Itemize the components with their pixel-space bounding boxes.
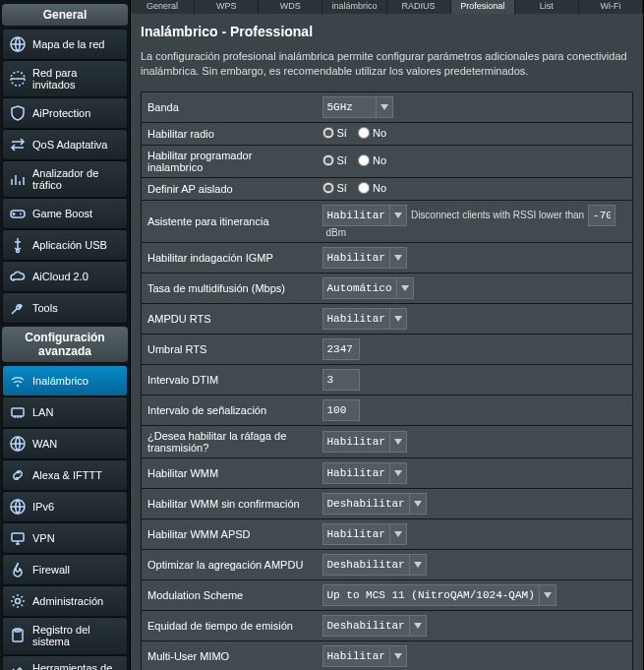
airtime-label: Equidad de tiempo de emisión xyxy=(142,610,317,640)
chevron-down-icon[interactable] xyxy=(376,96,393,118)
ampduopt-select[interactable]: Deshabilitar xyxy=(322,554,410,576)
chevron-down-icon[interactable] xyxy=(389,247,407,269)
sidebar-item-administraci-n[interactable]: Administración xyxy=(2,585,128,617)
multicast-select[interactable]: Automático xyxy=(322,277,397,299)
row-rts: Umbral RTS xyxy=(142,334,633,364)
sidebar-item-ipv6[interactable]: IPv6 xyxy=(2,491,128,522)
sidebar-item-label: Herramientas de red xyxy=(32,662,121,670)
row-ap: Definir AP aislado Sí No xyxy=(142,177,633,200)
ap-value: Sí No xyxy=(317,177,633,200)
row-wmmnoack: Habilitar WMM sin confirmación Deshabili… xyxy=(142,488,633,518)
sidebar-item-red-para-invitados[interactable]: Red para invitados xyxy=(2,60,128,97)
mumimo-label: Multi-User MIMO xyxy=(142,640,317,670)
rts-value xyxy=(317,334,633,364)
sidebar-item-tools[interactable]: Tools xyxy=(2,292,128,324)
chevron-down-icon[interactable] xyxy=(409,493,427,515)
radio-radio-group: Sí No xyxy=(322,129,395,141)
wmmnoack-select[interactable]: Deshabilitar xyxy=(322,493,410,515)
mumimo-value: Habilitar xyxy=(317,640,633,670)
sidebar-item-label: AiCloud 2.0 xyxy=(32,271,88,282)
chevron-down-icon[interactable] xyxy=(389,645,407,667)
banda-select[interactable]: 5GHz xyxy=(322,96,377,118)
sidebar-item-label: Inalámbrico xyxy=(32,375,88,387)
mcs-select[interactable]: Up to MCS 11 (NitroQAM/1024-QAM) xyxy=(322,584,540,606)
sidebar-item-registro-del-sistema[interactable]: Registro del sistema xyxy=(2,617,128,654)
tab-wds[interactable]: WDS xyxy=(259,0,322,14)
row-mumimo: Multi-User MIMO Habilitar xyxy=(142,640,633,670)
ampdu-select[interactable]: Habilitar xyxy=(322,308,390,330)
sidebar-item-qos-adaptativa[interactable]: QoS Adaptativa xyxy=(2,129,128,160)
sidebar-item-mapa-de-la-red[interactable]: Mapa de la red xyxy=(2,29,128,60)
sidebar-item-lan[interactable]: LAN xyxy=(2,396,128,428)
sidebar-item-analizador-de-tr-fico[interactable]: Analizador de tráfico xyxy=(2,160,128,198)
tab-profesional[interactable]: Profesional xyxy=(451,0,515,14)
svg-rect-9 xyxy=(12,533,24,541)
arrows-icon xyxy=(9,136,27,153)
chevron-down-icon[interactable] xyxy=(389,462,407,484)
row-banda: Banda 5GHz xyxy=(142,91,633,122)
fire-icon xyxy=(9,561,27,579)
ap-radio-yes[interactable]: Sí xyxy=(322,182,347,194)
roaming-rssi-input[interactable] xyxy=(588,205,615,226)
igmp-select[interactable]: Habilitar xyxy=(322,247,390,269)
chevron-down-icon[interactable] xyxy=(389,308,407,330)
wmmapsd-select[interactable]: Habilitar xyxy=(322,523,390,545)
sidebar-item-label: Firewall xyxy=(32,564,70,576)
chevron-down-icon[interactable] xyxy=(409,615,427,637)
beacon-label: Intervalo de señalización xyxy=(142,395,317,425)
chevron-down-icon[interactable] xyxy=(389,205,407,226)
sidebar-item-label: LAN xyxy=(32,406,53,418)
airtime-select[interactable]: Deshabilitar xyxy=(322,615,410,637)
prog-radio-yes[interactable]: Sí xyxy=(322,154,347,166)
page-title: Inalámbrico - Professional xyxy=(141,24,633,39)
sidebar-item-aiprotection[interactable]: AiProtection xyxy=(2,97,128,129)
sidebar-item-alexa-ifttt[interactable]: Alexa & IFTTT xyxy=(2,459,128,491)
row-ampdu: AMPDU RTS Habilitar xyxy=(142,303,633,334)
sidebar-item-label: AiProtection xyxy=(32,107,90,119)
roaming-extra-text: Disconnect clients with RSSI lower than xyxy=(411,210,584,220)
ap-label: Definir AP aislado xyxy=(142,177,317,200)
svg-rect-6 xyxy=(12,408,24,416)
radio-radio-no[interactable]: No xyxy=(358,127,386,139)
mumimo-select[interactable]: Habilitar xyxy=(322,645,390,667)
multicast-value: Automático xyxy=(317,273,633,303)
chevron-down-icon[interactable] xyxy=(389,431,407,453)
sidebar-item-aicloud-2-0[interactable]: AiCloud 2.0 xyxy=(2,261,128,292)
ap-radio-no[interactable]: No xyxy=(358,182,386,194)
row-wmm: Habilitar WMM Habilitar xyxy=(142,457,633,488)
tab-wps[interactable]: WPS xyxy=(195,0,259,14)
prog-radio-no[interactable]: No xyxy=(358,154,386,166)
roaming-select[interactable]: Habilitar xyxy=(322,205,390,226)
chart-icon xyxy=(9,170,27,188)
sidebar-item-game-boost[interactable]: Game Boost xyxy=(2,198,128,229)
radio-radio-yes[interactable]: Sí xyxy=(322,127,347,139)
row-burst: ¿Desea habilitar la ráfaga de transmisió… xyxy=(142,425,633,457)
sidebar-item-label: Red para invitados xyxy=(32,67,121,91)
tab-radius[interactable]: RADIUS xyxy=(387,0,451,14)
tab-wi-fi[interactable]: Wi-Fi xyxy=(579,0,643,14)
tab-general[interactable]: General xyxy=(131,0,195,14)
dtim-input[interactable] xyxy=(322,369,360,391)
multicast-label: Tasa de multidifusión (Mbps) xyxy=(142,273,317,303)
rts-input[interactable] xyxy=(322,338,360,360)
sidebar-item-wan[interactable]: WAN xyxy=(2,428,128,459)
prog-label: Habilitar programador inalambrico xyxy=(142,145,317,177)
chevron-down-icon[interactable] xyxy=(409,554,427,576)
sidebar-item-vpn[interactable]: VPN xyxy=(2,522,128,554)
beacon-input[interactable] xyxy=(322,399,360,421)
airtime-value: Deshabilitar xyxy=(317,610,633,640)
chevron-down-icon[interactable] xyxy=(396,277,414,299)
sidebar-item-aplicaci-n-usb[interactable]: Aplicación USB xyxy=(2,229,128,261)
sidebar-item-herramientas-de-red[interactable]: Herramientas de red xyxy=(2,655,128,670)
tab-inal-mbrico[interactable]: inalámbrico xyxy=(322,0,386,14)
sidebar-item-label: Registro del sistema xyxy=(32,624,121,647)
chevron-down-icon[interactable] xyxy=(539,584,556,606)
chevron-down-icon[interactable] xyxy=(389,523,407,545)
tab-list[interactable]: List xyxy=(515,0,579,14)
sidebar-item-inal-mbrico[interactable]: Inalámbrico xyxy=(2,365,128,396)
burst-select[interactable]: Habilitar xyxy=(322,431,390,453)
wifi-icon xyxy=(9,372,27,390)
wmm-select[interactable]: Habilitar xyxy=(322,462,390,484)
prog-radio-group: Sí No xyxy=(322,156,395,168)
sidebar-item-firewall[interactable]: Firewall xyxy=(2,554,128,585)
